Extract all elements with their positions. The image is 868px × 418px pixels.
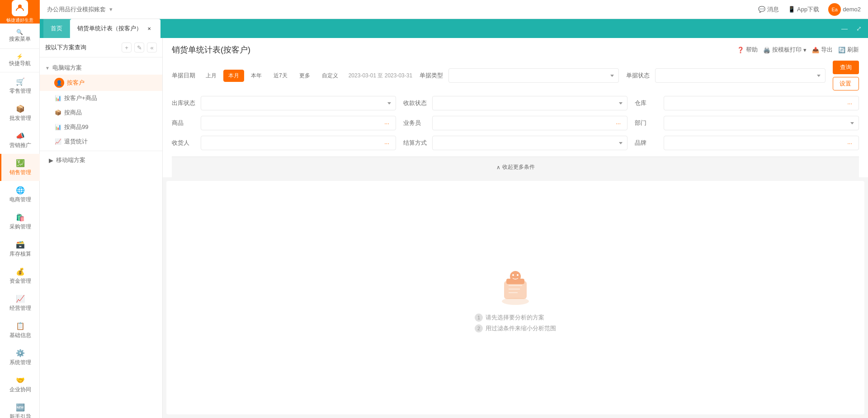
collapse-btn[interactable]: ∧ 收起更多条件: [489, 161, 542, 174]
filter-group-desktop-header[interactable]: ▼ 电脑端方案: [40, 61, 162, 75]
sidebar-item-ecommerce[interactable]: 🌐 电商管理: [0, 181, 40, 208]
settings-btn[interactable]: 设置: [833, 77, 859, 90]
filter-group-receiver: 收货人 ···: [172, 136, 396, 150]
filter-group-goods: 商品 ···: [172, 116, 396, 130]
sidebar-item-marketing[interactable]: 📣 营销推广: [0, 127, 40, 154]
date-btn-last-month[interactable]: 上月: [201, 70, 222, 82]
date-btn-this-year[interactable]: 本年: [246, 70, 267, 82]
empty-hint-2-text: 用过滤条件来缩小分析范围: [486, 324, 556, 332]
refresh-btn[interactable]: 🔄 刷新: [838, 46, 859, 54]
add-scheme-btn[interactable]: +: [122, 43, 132, 52]
salesperson-select[interactable]: ···: [432, 116, 627, 130]
tab-home[interactable]: 首页: [43, 19, 70, 38]
filter-group-doctype: 单据类型: [420, 68, 619, 83]
warehouse-dots: ···: [845, 100, 854, 107]
tab-sales-report[interactable]: 销货单统计表（按客户） ✕: [70, 19, 160, 38]
guide-label: 新手引导: [9, 413, 31, 418]
date-btn-more[interactable]: 更多: [294, 70, 315, 82]
basic-icon: 📋: [16, 321, 25, 330]
settlement-label: 结算方式: [403, 139, 429, 147]
ecommerce-icon: 🌐: [16, 185, 25, 195]
tab-maximize-btn[interactable]: ⤢: [854, 23, 864, 34]
filter-row-4: 收货人 ··· 结算方式: [172, 136, 859, 150]
receipt-status-select[interactable]: [432, 96, 627, 110]
filter-panel-title: 按以下方案查询: [45, 43, 86, 52]
ecommerce-label: 电商管理: [9, 196, 31, 204]
sidebar-logo[interactable]: 畅捷通好生意: [0, 0, 40, 24]
print-btn[interactable]: 🖨️ 按模板打印 ▾: [763, 46, 807, 54]
filter-item-returns[interactable]: 📈 退货统计: [40, 134, 162, 149]
sidebar-item-basic[interactable]: 📋 基础信息: [0, 317, 40, 344]
user-profile[interactable]: Ea demo2: [828, 3, 861, 16]
filter-item-by-goods[interactable]: 📦 按商品: [40, 105, 162, 120]
empty-hint-1: 1 请先选择要分析的方案: [475, 314, 544, 322]
goods-select[interactable]: ···: [201, 116, 396, 130]
mobile-expand-icon: ▶: [49, 157, 53, 164]
dept-select[interactable]: [664, 116, 859, 130]
sidebar-item-purchase[interactable]: 🛍️ 采购管理: [0, 208, 40, 235]
content-area: 销货单统计表(按客户) ❓ 帮助 🖨️ 按模板打印 ▾ 📤: [163, 38, 868, 418]
retail-label: 零售管理: [9, 87, 31, 95]
goods99-icon: 📊: [54, 124, 61, 131]
page-title-row: 销货单统计表(按客户) ❓ 帮助 🖨️ 按模板打印 ▾ 📤: [172, 44, 859, 55]
goods-icon: 📦: [54, 109, 61, 116]
sidebar: 畅捷通好生意 🔍 搜索菜单 ⚡ 快捷导航 🛒 零售管理 📦 批发管理 📣 营销推…: [0, 0, 40, 418]
doc-type-select[interactable]: [448, 68, 619, 83]
query-btn[interactable]: 查询: [833, 61, 859, 74]
sidebar-item-retail[interactable]: 🛒 零售管理: [0, 72, 40, 100]
date-btn-7days[interactable]: 近7天: [269, 70, 292, 82]
filter-group-salesperson: 业务员 ···: [403, 116, 627, 130]
filter-item-by-customer[interactable]: 👤 按客户: [40, 75, 162, 91]
export-btn[interactable]: 📤 导出: [812, 46, 833, 54]
receiver-select[interactable]: ···: [201, 136, 396, 150]
sidebar-item-operation[interactable]: 📈 经营管理: [0, 290, 40, 317]
help-btn[interactable]: ❓ 帮助: [737, 46, 758, 54]
salesperson-label: 业务员: [403, 119, 429, 127]
filter-group-settlement: 结算方式: [403, 136, 627, 150]
edit-scheme-btn[interactable]: ✎: [134, 43, 144, 52]
doc-status-select[interactable]: [655, 68, 826, 83]
sidebar-item-inventory[interactable]: 🗃️ 库存核算: [0, 235, 40, 262]
receiver-label: 收货人: [172, 139, 197, 147]
dept-label: 部门: [635, 119, 660, 127]
message-icon: 💬: [758, 6, 765, 13]
tab-minimize-btn[interactable]: —: [839, 23, 850, 34]
sidebar-item-wholesale[interactable]: 📦 批发管理: [0, 100, 40, 127]
filter-panel-actions: + ✎ «: [122, 43, 157, 52]
settlement-select[interactable]: [432, 136, 627, 150]
collapse-section: ∧ 收起更多条件: [172, 157, 859, 177]
brand-select[interactable]: ···: [664, 136, 859, 150]
filter-group-mobile-header[interactable]: ▶ 移动端方案: [40, 153, 162, 167]
wholesale-label: 批发管理: [9, 114, 31, 122]
sidebar-item-enterprise[interactable]: 🤝 企业协同: [0, 371, 40, 398]
sidebar-item-sales[interactable]: 💹 销售管理: [0, 154, 40, 181]
sidebar-search-item[interactable]: 🔍 搜索菜单: [0, 24, 40, 49]
settlement-dropdown-icon: [619, 142, 623, 144]
date-btn-this-month[interactable]: 本月: [223, 70, 244, 82]
sidebar-item-finance[interactable]: 💰 资金管理: [0, 262, 40, 290]
industry-dropdown-icon[interactable]: ▾: [109, 6, 113, 13]
empty-text: 1 请先选择要分析的方案 2 用过滤条件来缩小分析范围: [475, 314, 556, 332]
sidebar-item-system[interactable]: ⚙️ 系统管理: [0, 344, 40, 371]
operation-label: 经营管理: [9, 304, 31, 312]
print-icon: 🖨️: [763, 47, 770, 53]
sidebar-item-guide[interactable]: 🆕 新手引导: [0, 398, 40, 418]
sidebar-quicknav-item[interactable]: ⚡ 快捷导航: [0, 49, 40, 72]
app-download-btn[interactable]: 📱 App下载: [788, 5, 819, 14]
collapse-panel-btn[interactable]: «: [147, 43, 157, 52]
filter-item-goods99[interactable]: 📊 按商品99: [40, 120, 162, 134]
tab-close-btn[interactable]: ✕: [146, 25, 153, 32]
filter-item-customer-goods[interactable]: 📊 按客户+商品: [40, 91, 162, 105]
empty-hint-2: 2 用过滤条件来缩小分析范围: [475, 324, 556, 332]
message-btn[interactable]: 💬 消息: [758, 5, 779, 14]
goods-label: 商品: [172, 119, 197, 127]
warehouse-select[interactable]: ···: [664, 96, 859, 110]
date-btn-custom[interactable]: 自定义: [317, 70, 343, 82]
desktop-group-label: 电脑端方案: [52, 64, 82, 72]
sales-label: 销售管理: [9, 169, 31, 176]
filter-item-goods99-label: 按商品99: [64, 123, 88, 131]
out-status-select[interactable]: [201, 96, 396, 110]
topbar-right: 💬 消息 📱 App下载 Ea demo2: [758, 3, 861, 16]
out-status-label: 出库状态: [172, 99, 197, 107]
filter-row-1: 单据日期 上月 本月 本年 近7天 更多 自定义 2023-03-01 至 20…: [172, 61, 859, 90]
